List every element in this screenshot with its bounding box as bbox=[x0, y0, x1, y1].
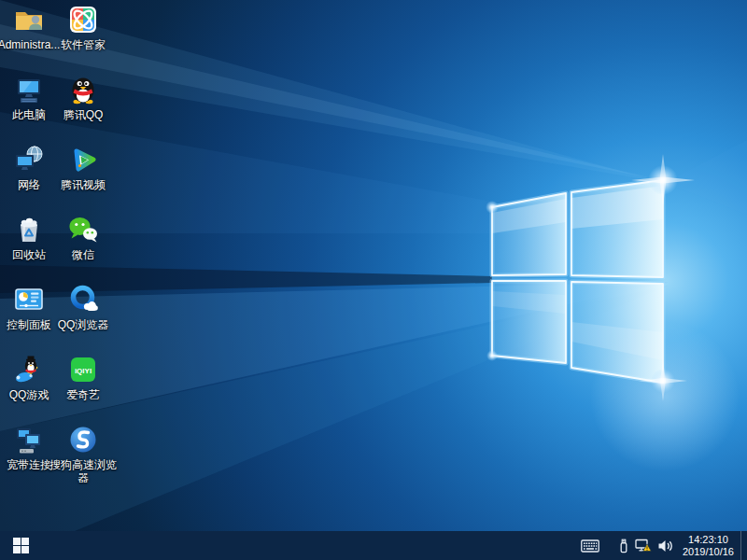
iqiyi-logo-text: iQIYI bbox=[75, 367, 92, 375]
desktop-icon-iqiyi[interactable]: iQIYI 爱奇艺 bbox=[56, 354, 110, 424]
clock-time: 14:23:10 bbox=[683, 534, 734, 546]
iqiyi-icon: iQIYI bbox=[67, 354, 99, 385]
desktop-icon-grid: Administra... 软件管家 bbox=[2, 4, 110, 494]
icon-label: 腾讯视频 bbox=[47, 178, 120, 191]
broadband-connection-icon bbox=[13, 424, 45, 455]
usb-device-icon bbox=[618, 539, 629, 553]
desktop-icon-tencent-qq[interactable]: 腾讯QQ bbox=[56, 74, 110, 144]
touch-keyboard-tray-button[interactable] bbox=[578, 531, 602, 560]
wechat-icon bbox=[67, 214, 99, 245]
software-manager-icon bbox=[67, 4, 99, 35]
icon-label: 软件管家 bbox=[47, 38, 120, 51]
show-desktop-button[interactable] bbox=[740, 531, 747, 560]
touch-keyboard-icon bbox=[581, 539, 599, 553]
this-pc-icon bbox=[13, 74, 45, 105]
sogou-browser-icon bbox=[67, 424, 99, 455]
icon-label: QQ浏览器 bbox=[47, 318, 120, 331]
network-warning-icon bbox=[635, 539, 652, 553]
icon-label: 爱奇艺 bbox=[47, 388, 120, 401]
desktop-icon-qq-browser[interactable]: QQ浏览器 bbox=[56, 284, 110, 354]
administrator-folder-icon bbox=[13, 4, 45, 35]
qq-games-icon bbox=[13, 354, 45, 385]
desktop-icon-tencent-video[interactable]: 腾讯视频 bbox=[56, 144, 110, 214]
desktop-icon-wechat[interactable]: 微信 bbox=[56, 214, 110, 284]
icon-label: 搜狗高速浏览器 bbox=[47, 458, 120, 484]
icon-label: 微信 bbox=[47, 248, 120, 261]
windows-start-icon bbox=[13, 538, 29, 553]
start-button[interactable] bbox=[0, 531, 41, 560]
network-icon bbox=[13, 144, 45, 175]
tencent-video-icon bbox=[67, 144, 99, 175]
usb-tray-button[interactable] bbox=[615, 531, 632, 560]
desktop-icon-sogou-browser[interactable]: 搜狗高速浏览器 bbox=[56, 424, 110, 494]
taskbar: 14:23:10 2019/10/16 bbox=[0, 531, 747, 560]
control-panel-icon bbox=[13, 284, 45, 315]
qq-browser-icon bbox=[67, 284, 99, 315]
recycle-bin-icon bbox=[13, 214, 45, 245]
clock-date: 2019/10/16 bbox=[683, 546, 734, 558]
network-status-tray-button[interactable] bbox=[632, 531, 655, 560]
windows-hero-wallpaper bbox=[0, 0, 747, 531]
tencent-qq-icon bbox=[67, 74, 99, 105]
icon-label: 腾讯QQ bbox=[47, 108, 120, 121]
volume-icon bbox=[657, 539, 674, 553]
desktop-wallpaper: Administra... 软件管家 bbox=[0, 0, 747, 531]
volume-tray-button[interactable] bbox=[655, 531, 677, 560]
system-tray: 14:23:10 2019/10/16 bbox=[578, 531, 747, 560]
taskbar-clock[interactable]: 14:23:10 2019/10/16 bbox=[677, 531, 740, 560]
desktop-icon-software-manager[interactable]: 软件管家 bbox=[56, 4, 110, 74]
